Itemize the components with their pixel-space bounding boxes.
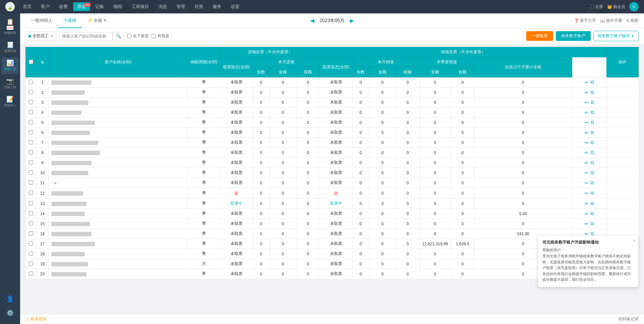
- th-client-name[interactable]: 客户名称(全部): [49, 47, 188, 77]
- notification-close-button[interactable]: ×: [633, 238, 636, 243]
- edit-icon[interactable]: ✏: [585, 140, 589, 145]
- tab-general-taxpayer[interactable]: 一般纳税人: [25, 13, 58, 28]
- tax-digital-account-button[interactable]: 税务数字账户: [556, 31, 591, 41]
- edit-icon[interactable]: ✏: [585, 211, 589, 216]
- row-checkbox[interactable]: [29, 180, 33, 185]
- edit-icon[interactable]: ✏: [585, 120, 589, 125]
- edit-icon[interactable]: ✏: [585, 160, 589, 166]
- user-avatar[interactable]: U: [629, 2, 639, 11]
- copy-icon[interactable]: ⧉: [591, 140, 594, 145]
- sidebar-item-invoice-entry[interactable]: 📝 票据录入: [1, 93, 19, 110]
- nav-settings[interactable]: 设置: [227, 2, 244, 11]
- nav-messages[interactable]: 消息: [154, 2, 171, 11]
- row-checkbox[interactable]: [29, 251, 33, 256]
- row-checkbox[interactable]: [29, 170, 33, 175]
- sidebar-item-invoice-open[interactable]: 🧾 发票开具: [1, 39, 19, 56]
- row-checkbox[interactable]: [29, 120, 33, 124]
- sidebar-item-smart-ticket[interactable]: 📋 new 智能取票: [1, 16, 19, 38]
- copy-icon[interactable]: ⧉: [591, 79, 594, 85]
- tab-all[interactable]: ⚡ 全能 ▼: [82, 13, 112, 28]
- row-checkbox[interactable]: [29, 140, 33, 144]
- copy-icon[interactable]: ⧉: [591, 130, 594, 135]
- th-out-fetch-status[interactable]: 取票状态(全部): [320, 57, 352, 77]
- row-checkbox[interactable]: [29, 231, 33, 236]
- nav-accounting[interactable]: 记账: [91, 2, 108, 11]
- edit-icon[interactable]: ✏: [585, 130, 589, 135]
- edit-icon[interactable]: ✏: [585, 170, 589, 176]
- manual-button[interactable]: 📖 操作手册: [600, 18, 622, 23]
- row-checkbox[interactable]: [29, 80, 33, 84]
- row-checkbox[interactable]: [29, 110, 33, 114]
- nav-tax[interactable]: 报税: [109, 2, 126, 11]
- edit-icon[interactable]: ✏: [585, 201, 589, 206]
- edit-icon[interactable]: ✏: [585, 180, 589, 186]
- nav-clients[interactable]: 客户: [37, 2, 54, 11]
- row-checkbox[interactable]: [29, 271, 33, 276]
- row-checkbox[interactable]: [29, 150, 33, 154]
- settings-gear-icon[interactable]: ⚙: [41, 60, 44, 65]
- row-checkbox[interactable]: [29, 221, 33, 225]
- edit-icon[interactable]: ✏: [585, 191, 589, 196]
- row-checkbox[interactable]: [29, 160, 33, 165]
- copy-icon[interactable]: ⧉: [591, 150, 594, 155]
- copy-icon[interactable]: ⧉: [591, 201, 594, 206]
- copy-icon[interactable]: ⧉: [591, 190, 594, 196]
- th-tax-period[interactable]: 纳税周期(全部): [187, 47, 220, 77]
- copy-icon[interactable]: ⧉: [591, 180, 594, 186]
- tab-small-scale[interactable]: 小规模: [58, 13, 82, 28]
- select-all-checkbox[interactable]: [29, 60, 33, 64]
- prev-month-button[interactable]: ◀: [308, 17, 316, 25]
- edit-icon[interactable]: ✏: [585, 221, 589, 226]
- refresh-button[interactable]: ↻ 刷新: [626, 18, 639, 23]
- row-checkbox[interactable]: [29, 130, 33, 134]
- nav-operations[interactable]: 经营: [191, 2, 207, 11]
- row-checkbox[interactable]: [29, 211, 33, 215]
- sidebar-item-scan-upload[interactable]: 📷 扫描上传: [1, 75, 19, 92]
- next-month-button[interactable]: ▶: [348, 17, 356, 25]
- sidebar-user-button[interactable]: 👤: [1, 293, 19, 305]
- row-out-amount-cell: 0: [369, 108, 396, 118]
- row-checkbox[interactable]: [29, 201, 33, 205]
- copy-icon[interactable]: ⧉: [591, 170, 594, 176]
- row-in-tax-cell: 0: [296, 118, 320, 128]
- copy-icon[interactable]: ⧉: [591, 211, 594, 216]
- copy-icon[interactable]: ⧉: [591, 221, 594, 226]
- sub-account-checkbox[interactable]: 名下账套: [127, 33, 149, 39]
- fullscreen-button[interactable]: ⛶ 全屏: [590, 4, 603, 10]
- tax-disk-checkbox[interactable]: 有税盘: [152, 33, 169, 39]
- row-checkbox[interactable]: [29, 191, 33, 195]
- tax-disk-checkbox-input[interactable]: [152, 34, 156, 38]
- row-checkbox[interactable]: [29, 90, 33, 94]
- nav-manage[interactable]: 管理: [172, 2, 189, 11]
- copy-icon[interactable]: ⧉: [591, 160, 594, 166]
- th-in-fetch-status[interactable]: 取票状态(全部): [220, 57, 253, 77]
- one-key-fetch-button[interactable]: 一键取票: [526, 31, 553, 41]
- copy-icon[interactable]: ⧉: [591, 110, 594, 115]
- nav-home[interactable]: 首页: [19, 2, 36, 11]
- employee-select[interactable]: 全部员工 ▼: [25, 31, 56, 41]
- edit-icon[interactable]: ✏: [585, 100, 589, 105]
- nav-billing[interactable]: 收费: [55, 2, 72, 11]
- edit-icon[interactable]: ✏: [585, 80, 589, 85]
- sidebar-item-invoice-summary[interactable]: 📊 票据汇总: [1, 57, 19, 74]
- nav-business[interactable]: 工商项目: [127, 2, 153, 11]
- nav-invoices[interactable]: 票据 new: [73, 2, 90, 11]
- member-button[interactable]: 👑 购会员: [607, 4, 625, 10]
- copy-icon[interactable]: ⧉: [591, 89, 594, 95]
- row-checkbox[interactable]: [29, 100, 33, 104]
- tax-policy-link[interactable]: ⚠ 税务政策: [25, 316, 47, 322]
- new-guide-button[interactable]: ❓ 新手引导: [574, 18, 596, 23]
- sub-account-checkbox-input[interactable]: [127, 34, 131, 38]
- row-checkbox[interactable]: [29, 261, 33, 266]
- edit-icon[interactable]: ✏: [585, 110, 589, 115]
- search-input[interactable]: [59, 32, 113, 40]
- edit-icon[interactable]: ✏: [585, 150, 589, 155]
- row-checkbox[interactable]: [29, 241, 33, 246]
- edit-icon[interactable]: ✏: [585, 90, 589, 95]
- nav-services[interactable]: 服务: [209, 2, 225, 11]
- copy-icon[interactable]: ⧉: [591, 120, 594, 125]
- sidebar-settings-button[interactable]: ⚙️: [1, 307, 19, 319]
- search-button[interactable]: 🔍: [113, 32, 124, 40]
- copy-icon[interactable]: ⧉: [591, 100, 594, 105]
- tax-digital-ops-button[interactable]: 税务数字账户操作 ▼: [593, 31, 639, 41]
